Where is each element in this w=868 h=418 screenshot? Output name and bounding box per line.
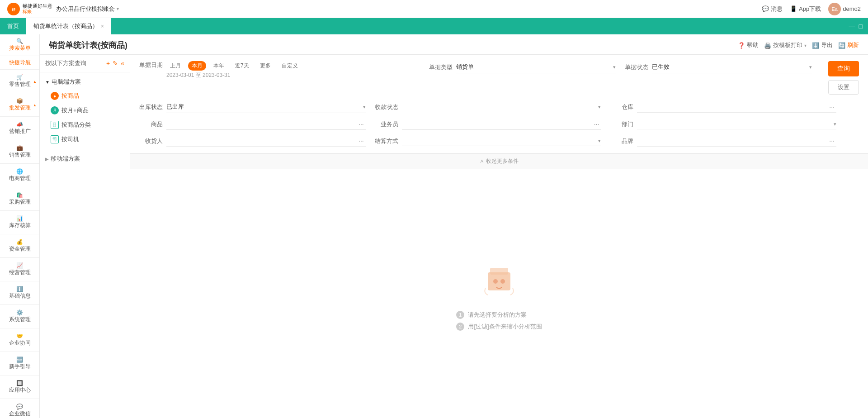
sidebar-item-wholesale[interactable]: 📦 批发管理 (0, 93, 39, 117)
user-profile[interactable]: Ea demo2 (828, 3, 861, 15)
filter-select-docstatus[interactable]: 已生效 ▾ (652, 61, 812, 73)
filter-field-product: 商品 ··· (139, 119, 375, 130)
sidebar-ecommerce-label: 电商管理 (9, 175, 31, 182)
sidebar-item-inventory[interactable]: 📊 库存核算 (0, 211, 39, 234)
empty-state: 1 请先选择要分析的方案 2 用[过滤]条件来缩小分析范围 (130, 169, 868, 418)
tab-minimize-icon[interactable]: — (849, 23, 855, 30)
scheme-item-label-month: 按月+商品 (61, 106, 89, 114)
sidebar-item-ecommerce[interactable]: 🌐 电商管理 (0, 164, 39, 187)
app-download-button[interactable]: 📱 App下载 (790, 5, 821, 13)
filter-recipient-dots-icon[interactable]: ··· (357, 137, 366, 144)
filter-select-doctype[interactable]: 销货单 ▾ (456, 61, 616, 73)
tab-bar: 首页 销货单统计表（按商品） × — □ (0, 18, 868, 34)
filter-select-warehouse[interactable]: ··· (637, 101, 836, 113)
filter-product-dots-icon[interactable]: ··· (357, 120, 366, 128)
date-btn-more[interactable]: 更多 (256, 61, 274, 71)
sidebar-item-system[interactable]: ⚙️ 系统管理 (0, 305, 39, 328)
sidebar-wholesale-label: 批发管理 (9, 104, 31, 112)
tab-close-icon[interactable]: × (101, 24, 104, 29)
logo-area: 好 畅捷通好生意 标账 (7, 3, 52, 15)
filter-docstatus-arrow-icon: ▾ (809, 64, 812, 70)
scheme-collapse-icon[interactable]: « (121, 60, 124, 67)
sidebar-item-finance[interactable]: 💰 资金管理 (0, 234, 39, 258)
filter-select-department[interactable]: ▾ (637, 119, 836, 129)
refresh-label: 刷新 (847, 41, 859, 49)
message-button[interactable]: 💬 消息 (762, 5, 783, 13)
filter-label-receiptstatus: 收款状态 (375, 103, 402, 111)
export-icon: ⬇️ (812, 42, 819, 49)
filter-salesperson-dots-icon[interactable]: ··· (592, 120, 601, 128)
scheme-item-icon-category: 目 (51, 121, 59, 129)
scheme-item-by-category[interactable]: 目 按商品分类 (40, 118, 130, 132)
date-btn-7days[interactable]: 近7天 (231, 61, 253, 71)
refresh-icon: 🔄 (838, 42, 845, 49)
export-button[interactable]: ⬇️ 导出 (812, 41, 833, 49)
sidebar-wechat-label: 企业微信 (9, 410, 31, 418)
date-btn-custom[interactable]: 自定义 (278, 61, 302, 71)
sidebar-item-newuser[interactable]: 🆕 新手引导 (0, 352, 39, 375)
scheme-add-icon[interactable]: + (106, 60, 110, 67)
tab-sales-stats[interactable]: 销货单统计表（按商品） × (26, 18, 111, 34)
sidebar-purchase-label: 采购管理 (9, 198, 31, 206)
avatar: Ea (828, 3, 841, 15)
top-header: 好 畅捷通好生意 标账 办公用品行业模拟账套 ▾ 💬 消息 📱 App下载 Ea… (0, 0, 868, 18)
sidebar-item-marketing[interactable]: 📣 营销推广 (0, 117, 39, 140)
logo-label: 标账 (23, 9, 52, 14)
scheme-item-icon-driver: 司 (51, 135, 59, 143)
filter-label-outstatus: 出库状态 (139, 103, 166, 111)
scheme-item-by-product[interactable]: ● 按商品 (40, 89, 130, 103)
date-btn-this-month[interactable]: 本月 (188, 61, 206, 71)
main-layout: 🔍 搜索菜单 快捷导航 🛒 零售管理 📦 批发管理 📣 营销推广 💼 销售管理 … (0, 34, 868, 418)
message-icon: 💬 (762, 5, 769, 12)
scheme-item-by-driver[interactable]: 司 按司机 (40, 132, 130, 147)
refresh-button[interactable]: 🔄 刷新 (838, 41, 859, 49)
sidebar-item-collab[interactable]: 🤝 企业协同 (0, 328, 39, 352)
tab-home[interactable]: 首页 (0, 18, 26, 34)
filter-select-brand[interactable]: ··· (637, 135, 836, 147)
filter-select-outstatus[interactable]: 已出库 ▾ (166, 101, 366, 113)
tab-maximize-icon[interactable]: □ (859, 23, 863, 30)
settings-button[interactable]: 设置 (828, 80, 859, 95)
sidebar-nav[interactable]: 快捷导航 (0, 56, 39, 70)
scheme-group-mobile: ▶ 移动端方案 (40, 149, 130, 168)
help-button[interactable]: ❓ 帮助 (738, 41, 759, 49)
sidebar-item-ops[interactable]: 📈 经营管理 (0, 258, 39, 281)
sidebar-item-wechat[interactable]: 💬 企业微信 (0, 399, 39, 418)
filter-date-range: 2023-03-01 至 2023-03-31 (166, 71, 420, 79)
scheme-group-mobile-header[interactable]: ▶ 移动端方案 (40, 152, 130, 166)
sidebar-marketing-icon: 📣 (16, 121, 23, 128)
filter-select-salesperson[interactable]: ··· (402, 119, 601, 130)
scheme-edit-icon[interactable]: ✎ (113, 60, 118, 67)
filter-brand-dots-icon[interactable]: ··· (827, 137, 836, 144)
empty-tip-label-1: 请先选择要分析的方案 (468, 311, 527, 319)
avatar-text: Ea (832, 6, 838, 12)
query-button[interactable]: 查询 (828, 61, 859, 76)
print-button[interactable]: 🖨️ 按模板打印 ▾ (764, 41, 807, 49)
filter-docstatus-value: 已生效 (652, 63, 809, 71)
sidebar-search-label: 搜索菜单 (4, 44, 36, 52)
collapse-filters-button[interactable]: ∧ 收起更多条件 (130, 153, 868, 169)
sidebar-item-sales[interactable]: 💼 销售管理 (0, 140, 39, 164)
inner-layout: 按以下方案查询 + ✎ « ▼ 电脑端方案 ● 按商品 (40, 55, 868, 418)
filter-select-payment[interactable]: ▾ (402, 136, 601, 146)
workspace-selector[interactable]: 办公用品行业模拟账套 ▾ (56, 5, 119, 13)
filter-select-receiptstatus[interactable]: ▾ (402, 102, 601, 112)
date-btn-last-month[interactable]: 上月 (166, 61, 184, 71)
sidebar-wechat-icon: 💬 (16, 404, 23, 410)
filter-select-product[interactable]: ··· (166, 119, 366, 130)
filter-warehouse-dots-icon[interactable]: ··· (827, 103, 836, 110)
scheme-item-by-month-product[interactable]: 月 按月+商品 (40, 103, 130, 118)
sidebar-item-apps[interactable]: 🔲 应用中心 (0, 375, 39, 399)
scheme-item-icon-product: ● (51, 92, 59, 100)
sidebar-search[interactable]: 🔍 搜索菜单 (0, 34, 39, 56)
sidebar-item-retail[interactable]: 🛒 零售管理 (0, 70, 39, 93)
sidebar-ecommerce-icon: 🌐 (16, 168, 23, 175)
sidebar-marketing-label: 营销推广 (9, 128, 31, 135)
filter-select-recipient[interactable]: ··· (166, 135, 366, 147)
user-name: demo2 (843, 5, 861, 12)
tab-controls: — □ (844, 18, 868, 34)
sidebar-item-purchase[interactable]: 🛍️ 采购管理 (0, 187, 39, 211)
sidebar-item-basic[interactable]: ℹ️ 基础信息 (0, 281, 39, 305)
date-btn-this-year[interactable]: 本年 (210, 61, 228, 71)
scheme-group-desktop-header[interactable]: ▼ 电脑端方案 (40, 75, 130, 89)
